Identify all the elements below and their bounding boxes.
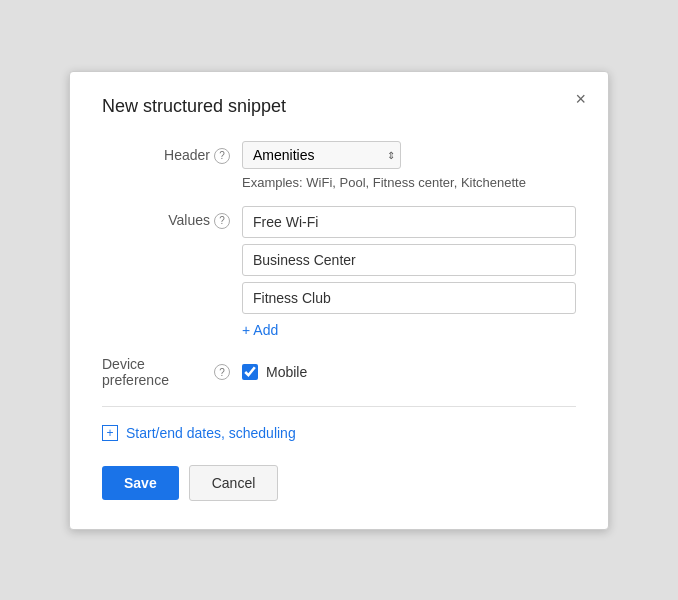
device-help-icon[interactable]: ? (214, 364, 230, 380)
values-help-icon[interactable]: ? (214, 213, 230, 229)
value-input-1[interactable] (242, 206, 576, 238)
mobile-checkbox[interactable] (242, 364, 258, 380)
device-content: Mobile (242, 364, 307, 380)
scheduling-expand-icon[interactable]: + (102, 425, 118, 441)
value-input-2[interactable] (242, 244, 576, 276)
values-label: Values (168, 212, 210, 228)
header-label: Header (164, 147, 210, 163)
values-row: Values ? + Add (102, 206, 576, 340)
device-preference-row: Device preference ? Mobile (102, 356, 576, 388)
scheduling-row: + Start/end dates, scheduling (102, 425, 576, 441)
cancel-button[interactable]: Cancel (189, 465, 279, 501)
device-label-group: Device preference ? (102, 356, 242, 388)
scheduling-link[interactable]: Start/end dates, scheduling (126, 425, 296, 441)
value-input-3[interactable] (242, 282, 576, 314)
close-button[interactable]: × (571, 88, 590, 110)
header-select-wrapper: Amenities Brands Courses Degree programs… (242, 141, 401, 169)
mobile-label: Mobile (266, 364, 307, 380)
header-label-group: Header ? (102, 141, 242, 164)
values-label-group: Values ? (102, 206, 242, 229)
save-button[interactable]: Save (102, 466, 179, 500)
header-content: Amenities Brands Courses Degree programs… (242, 141, 576, 190)
dialog: × New structured snippet Header ? Amenit… (69, 71, 609, 530)
values-content: + Add (242, 206, 576, 340)
header-select[interactable]: Amenities Brands Courses Degree programs… (242, 141, 401, 169)
examples-text: Examples: WiFi, Pool, Fitness center, Ki… (242, 175, 576, 190)
header-help-icon[interactable]: ? (214, 148, 230, 164)
add-value-button[interactable]: + Add (242, 320, 278, 340)
footer-buttons: Save Cancel (102, 465, 576, 501)
divider (102, 406, 576, 407)
dialog-title: New structured snippet (102, 96, 576, 117)
device-label: Device preference (102, 356, 210, 388)
header-row: Header ? Amenities Brands Courses Degree… (102, 141, 576, 190)
